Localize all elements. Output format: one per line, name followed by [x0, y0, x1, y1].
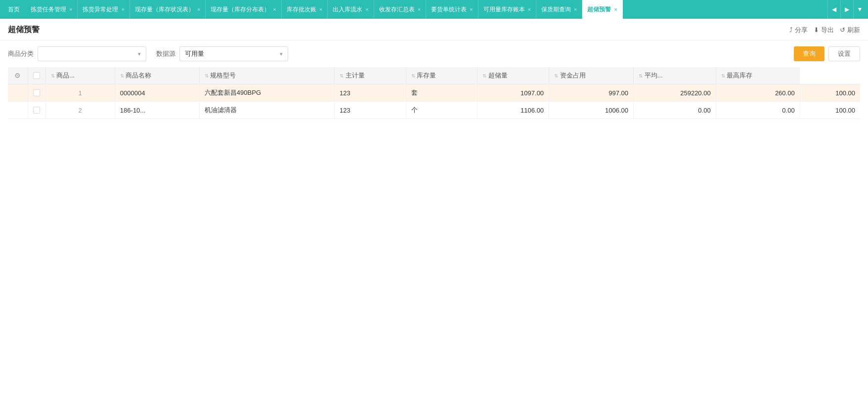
nav-tab-xcfb[interactable]: 现存量（库存分布表） × [206, 0, 281, 19]
share-icon: ⤴ [789, 26, 793, 34]
col-label: 规格型号 [210, 72, 236, 79]
nav-left-arrow[interactable]: ◀ [827, 0, 840, 19]
row-code: 0000004 [115, 84, 199, 102]
row-capital: 259220.00 [634, 84, 716, 102]
col-header-check[interactable] [28, 67, 45, 84]
datasource-label: 数据源 [156, 49, 175, 58]
col-header-capital[interactable]: ⇅ 资金占用 [549, 67, 634, 84]
close-icon[interactable]: × [614, 6, 617, 12]
page-title: 超储预警 [8, 25, 40, 35]
close-icon[interactable]: × [528, 6, 531, 12]
col-header-name[interactable]: ⇅ 商品名称 [115, 67, 199, 84]
nav-tab-ckls[interactable]: 出入库流水 × [328, 0, 374, 19]
nav-tab-pcz[interactable]: 库存批次账 × [282, 0, 328, 19]
share-label: 分享 [795, 26, 808, 35]
row-checkbox[interactable] [33, 89, 40, 96]
category-dropdown-icon: ▾ [138, 51, 141, 57]
category-select[interactable]: ▾ [38, 46, 146, 61]
close-icon[interactable]: × [418, 6, 421, 12]
row-unit: 个 [406, 102, 477, 119]
settings-button[interactable]: 设置 [828, 46, 860, 61]
close-icon[interactable]: × [365, 6, 368, 12]
col-label: 库存量 [417, 72, 436, 79]
row-stock: 1097.00 [477, 84, 549, 102]
row-overstock: 997.00 [549, 84, 634, 102]
close-icon[interactable]: × [319, 6, 322, 12]
nav-tab-label: 超储预警 [587, 5, 611, 14]
datasource-select-value: 可用量 [185, 49, 204, 58]
nav-tab-shdz[interactable]: 收发存汇总表 × [374, 0, 426, 19]
query-button[interactable]: 查询 [794, 46, 825, 61]
close-icon[interactable]: × [470, 6, 473, 12]
close-icon[interactable]: × [121, 6, 124, 12]
sort-icon: ⇅ [120, 73, 124, 79]
row-stock: 1106.00 [477, 102, 549, 119]
row-check-cell[interactable] [28, 102, 45, 119]
export-button[interactable]: ⬇ 导出 [814, 26, 834, 35]
row-overstock: 1006.00 [549, 102, 634, 119]
nav-tab-label: 出入库流水 [333, 5, 362, 14]
col-header-spec[interactable]: ⇅ 规格型号 [199, 67, 334, 84]
nav-tab-xczl[interactable]: 现存量（库存状况表） × [130, 0, 206, 19]
sort-icon: ⇅ [340, 73, 344, 79]
row-avg: 0.00 [716, 102, 800, 119]
page-header: 超储预警 ⤴ 分享 ⬇ 导出 ↺ 刷新 [0, 19, 868, 40]
nav-tab-yhdj[interactable]: 要货单统计表 × [426, 0, 478, 19]
nav-tab-lhgl[interactable]: 拣货任务管理 × [26, 0, 78, 19]
sort-icon: ⇅ [639, 73, 643, 79]
col-header-settings[interactable]: ⚙ [8, 67, 28, 84]
col-label: 超储量 [488, 72, 508, 79]
nav-home[interactable]: 首页 [2, 0, 26, 19]
col-label: 平均... [645, 72, 663, 79]
table-row: 2 186-10... 机油滤清器 123 个 1106.00 1006.00 … [8, 102, 860, 119]
nav-tab-bzzq[interactable]: 保质期查询 × [536, 0, 582, 19]
close-icon[interactable]: × [273, 6, 276, 12]
row-capital: 0.00 [634, 102, 716, 119]
close-icon[interactable]: × [574, 6, 577, 12]
datasource-dropdown-icon: ▾ [280, 51, 283, 57]
close-icon[interactable]: × [69, 6, 72, 12]
refresh-button[interactable]: ↺ 刷新 [840, 26, 860, 35]
nav-right-arrow[interactable]: ▶ [840, 0, 853, 19]
table-container: ⚙ ⇅ 商品... ⇅ 商品名称 [0, 67, 868, 119]
nav-more-arrow[interactable]: ▼ [853, 0, 866, 19]
gear-icon[interactable]: ⚙ [14, 72, 21, 79]
refresh-icon: ↺ [840, 26, 845, 34]
close-icon[interactable]: × [197, 6, 200, 12]
sort-icon: ⇅ [554, 73, 558, 79]
row-index-cell: 2 [45, 102, 115, 119]
col-header-maxstock[interactable]: ⇅ 最高库存 [716, 67, 800, 84]
page-content: 超储预警 ⤴ 分享 ⬇ 导出 ↺ 刷新 商品分类 ▾ 数据源 [0, 19, 868, 395]
category-filter: 商品分类 ▾ [8, 46, 146, 61]
row-avg: 260.00 [716, 84, 800, 102]
row-name: 机油滤清器 [199, 102, 334, 119]
row-maxstock: 100.00 [800, 102, 860, 119]
col-header-code[interactable]: ⇅ 商品... [45, 67, 115, 84]
datasource-select[interactable]: 可用量 ▾ [179, 46, 288, 61]
export-label: 导出 [821, 26, 834, 35]
row-check-cell[interactable] [28, 84, 45, 102]
col-header-unit[interactable]: ⇅ 主计量 [334, 67, 406, 84]
row-maxstock: 100.00 [800, 84, 860, 102]
nav-tab-label: 现存量（库存状况表） [135, 5, 194, 14]
row-checkbox[interactable] [33, 107, 40, 114]
col-label: 资金占用 [560, 72, 586, 79]
col-label: 最高库存 [727, 72, 752, 79]
filter-actions: 查询 设置 [794, 46, 860, 61]
table-header-row: ⚙ ⇅ 商品... ⇅ 商品名称 [8, 67, 860, 84]
nav-tab-lhyc[interactable]: 拣货异常处理 × [78, 0, 130, 19]
top-nav: 首页 拣货任务管理 × 拣货异常处理 × 现存量（库存状况表） × 现存量（库存… [0, 0, 868, 19]
col-header-overstock[interactable]: ⇅ 超储量 [477, 67, 549, 84]
sort-icon: ⇅ [721, 73, 725, 79]
header-actions: ⤴ 分享 ⬇ 导出 ↺ 刷新 [789, 26, 860, 35]
sort-icon: ⇅ [411, 73, 415, 79]
nav-tab-ccyj[interactable]: 超储预警 × [582, 0, 622, 19]
col-header-avg[interactable]: ⇅ 平均... [634, 67, 716, 84]
share-button[interactable]: ⤴ 分享 [789, 26, 808, 35]
col-header-stock[interactable]: ⇅ 库存量 [406, 67, 477, 84]
sort-icon: ⇅ [51, 73, 55, 79]
header-checkbox[interactable] [33, 72, 40, 79]
nav-tab-label: 要货单统计表 [431, 5, 467, 14]
filter-area: 商品分类 ▾ 数据源 可用量 ▾ 查询 设置 [0, 40, 868, 67]
nav-tab-kysl[interactable]: 可用量库存账本 × [478, 0, 536, 19]
